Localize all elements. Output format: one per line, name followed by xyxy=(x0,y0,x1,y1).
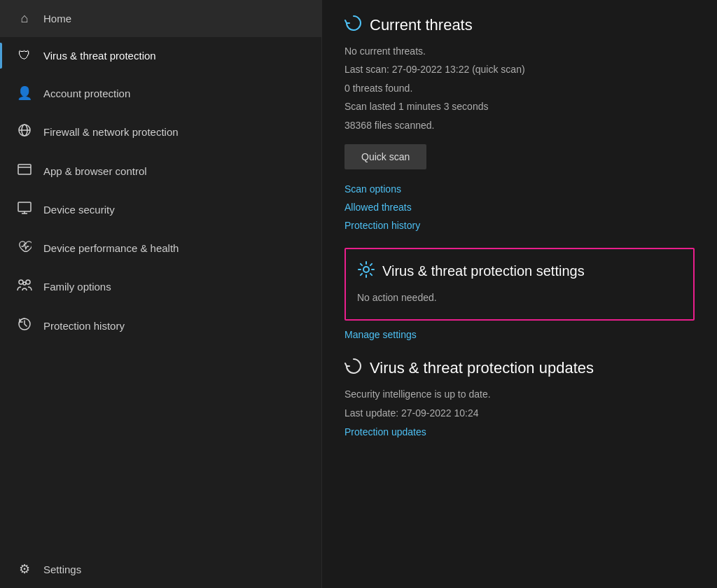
current-threats-header: Current threats xyxy=(344,14,695,36)
protection-settings-header: Virus & threat protection settings xyxy=(357,260,682,283)
scan-duration-text: Scan lasted 1 minutes 3 seconds xyxy=(344,99,695,114)
sidebar-settings-label: Settings xyxy=(43,564,81,575)
allowed-threats-link[interactable]: Allowed threats xyxy=(344,202,695,213)
security-intelligence-text: Security intelligence is up to date. xyxy=(344,386,695,402)
threats-found-text: 0 threats found. xyxy=(344,80,695,96)
current-threats-section: Current threats No current threats. Last… xyxy=(344,14,695,231)
svg-point-9 xyxy=(26,280,30,284)
protection-updates-header: Virus & threat protection updates xyxy=(344,357,695,379)
history-icon xyxy=(17,317,32,335)
no-threats-text: No current threats. xyxy=(344,43,695,59)
main-content: Current threats No current threats. Last… xyxy=(322,0,717,588)
sidebar-item-browser[interactable]: App & browser control xyxy=(0,152,321,190)
network-icon xyxy=(17,123,32,141)
sidebar-item-firewall[interactable]: Firewall & network protection xyxy=(0,112,321,152)
files-scanned-text: 38368 files scanned. xyxy=(344,118,695,133)
svg-rect-5 xyxy=(18,202,31,211)
sidebar-item-firewall-label: Firewall & network protection xyxy=(43,126,179,138)
protection-history-link[interactable]: Protection history xyxy=(344,220,695,231)
no-action-text: No action needed. xyxy=(357,290,682,305)
protection-settings-title: Virus & threat protection settings xyxy=(382,263,585,279)
sidebar-item-family[interactable]: Family options xyxy=(0,267,321,306)
protection-updates-section: Virus & threat protection updates Securi… xyxy=(344,357,695,438)
sidebar-item-account-label: Account protection xyxy=(43,88,130,99)
protection-settings-section: Virus & threat protection settings No ac… xyxy=(344,248,695,321)
last-update-text: Last update: 27-09-2022 10:24 xyxy=(344,405,695,421)
protection-updates-title: Virus & threat protection updates xyxy=(370,359,594,377)
sidebar-item-home-label: Home xyxy=(43,13,71,24)
svg-line-17 xyxy=(361,264,362,265)
browser-icon xyxy=(17,163,32,179)
sidebar-item-virus[interactable]: 🛡 Virus & threat protection xyxy=(0,37,321,74)
health-icon xyxy=(17,240,32,256)
sidebar-item-virus-label: Virus & threat protection xyxy=(43,50,156,62)
protection-updates-link[interactable]: Protection updates xyxy=(344,426,695,438)
svg-point-12 xyxy=(363,267,369,272)
sidebar-item-device-health-label: Device performance & health xyxy=(43,242,179,254)
svg-point-8 xyxy=(19,280,23,284)
svg-rect-3 xyxy=(18,164,31,174)
account-icon: 👤 xyxy=(17,85,32,101)
sidebar-item-family-label: Family options xyxy=(43,281,111,293)
sidebar-item-device-security[interactable]: Device security xyxy=(0,190,321,229)
protection-settings-icon xyxy=(357,260,375,283)
sidebar-settings[interactable]: ⚙ Settings xyxy=(0,550,321,588)
home-icon: ⌂ xyxy=(17,11,32,26)
scan-options-link[interactable]: Scan options xyxy=(344,183,695,195)
svg-line-19 xyxy=(361,274,362,275)
svg-line-18 xyxy=(370,274,372,275)
sidebar-item-history[interactable]: Protection history xyxy=(0,306,321,346)
settings-icon: ⚙ xyxy=(17,561,32,577)
sidebar-item-home[interactable]: ⌂ Home xyxy=(0,0,321,37)
sidebar-item-device-security-label: Device security xyxy=(43,204,115,216)
sidebar-item-device-health[interactable]: Device performance & health xyxy=(0,229,321,267)
current-threats-icon xyxy=(344,14,363,36)
protection-updates-icon xyxy=(344,357,363,379)
shield-icon: 🛡 xyxy=(17,48,32,63)
family-icon xyxy=(17,279,32,295)
last-scan-text: Last scan: 27-09-2022 13:22 (quick scan) xyxy=(344,62,695,77)
sidebar-item-history-label: Protection history xyxy=(43,320,125,332)
device-security-icon xyxy=(17,202,32,218)
svg-point-10 xyxy=(23,282,26,285)
svg-line-20 xyxy=(370,264,372,265)
current-threats-title: Current threats xyxy=(370,16,473,34)
quick-scan-button[interactable]: Quick scan xyxy=(344,144,426,169)
manage-settings-link[interactable]: Manage settings xyxy=(344,329,695,340)
sidebar-item-browser-label: App & browser control xyxy=(43,165,147,177)
sidebar: ⌂ Home 🛡 Virus & threat protection 👤 Acc… xyxy=(0,0,322,588)
sidebar-item-account[interactable]: 👤 Account protection xyxy=(0,74,321,112)
